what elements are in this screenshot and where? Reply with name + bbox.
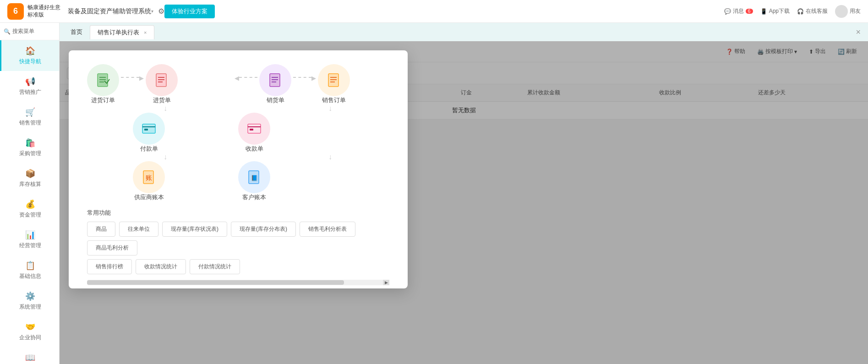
svg-rect-16 — [142, 124, 155, 133]
common-btns: 商品 往来单位 现存量(库存状况表) 现存量(库存分布表) 销售毛利分析表 商品… — [87, 222, 389, 255]
svg-rect-18 — [144, 129, 148, 130]
message-button[interactable]: 💬 消息 6 — [724, 7, 753, 15]
arrow-h-2: ◀ — [233, 75, 259, 81]
download-icon: 📱 — [760, 8, 767, 15]
common-btn-sales-gross[interactable]: 销售毛利分析表 — [300, 222, 355, 237]
svg-rect-21 — [250, 129, 253, 130]
gear-icon: ⚙️ — [25, 291, 35, 301]
tab-home[interactable]: 首页 — [63, 25, 90, 39]
flow-item-sales-order[interactable]: 销售订单 — [318, 64, 350, 104]
sidebar-item-operations[interactable]: 📊 经营管理 — [0, 224, 59, 255]
sidebar-item-inventory[interactable]: 📦 库存核算 — [0, 163, 59, 194]
common-btn-stock-status[interactable]: 现存量(库存状况表) — [162, 222, 227, 237]
common-btn-goods[interactable]: 商品 — [87, 222, 115, 237]
flow-item-supplier-ledger[interactable]: 账 供应商账本 — [133, 161, 165, 201]
common-btns-row2: 销售排行榜 收款情况统计 付款情况统计 — [87, 259, 389, 274]
svg-rect-8 — [270, 74, 280, 87]
cart-icon: 🛒 — [25, 107, 35, 117]
flow-arrows-row: ↓ ↓ — [87, 104, 389, 113]
common-title: 常用功能 — [87, 209, 389, 217]
tab-sales-order[interactable]: 销售订单执行表 × — [90, 25, 154, 39]
sidebar-item-sales[interactable]: 🛒 销售管理 — [0, 102, 59, 132]
modal-scrollbar[interactable]: ▶ — [87, 280, 389, 285]
sidebar-item-purchase[interactable]: 🛍️ 采购管理 — [0, 132, 59, 163]
page-close-button[interactable]: × — [852, 26, 864, 39]
message-badge: 6 — [746, 9, 753, 14]
common-btn-receipt-stats[interactable]: 收款情况统计 — [136, 259, 186, 274]
box-icon: 📦 — [25, 168, 35, 179]
sidebar-item-finance[interactable]: 💰 资金管理 — [0, 194, 59, 224]
message-icon: 💬 — [724, 8, 731, 15]
app-download-button[interactable]: 📱 App下载 — [760, 7, 790, 15]
content-area: 首页 销售订单执行表 × × ❓ 帮助 🖨️ — [60, 23, 868, 364]
customer-ledger-circle: 📘 — [238, 161, 270, 193]
svg-text:📘: 📘 — [251, 174, 258, 181]
common-section: 常用功能 商品 往来单位 现存量(库存状况表) 现存量(库存分布表) 销售毛利分… — [87, 209, 389, 274]
flow-item-purchase-order[interactable]: 进货订单 — [87, 64, 119, 104]
main-area: 🔍 搜索菜单 🏠 快捷导航 📢 营销推广 🛒 销售管理 🛍️ 采购管理 📦 — [0, 23, 868, 364]
service-icon: 🎧 — [797, 8, 804, 15]
common-btn-stock-dist[interactable]: 现存量(库存分布表) — [231, 222, 296, 237]
svg-rect-12 — [328, 74, 338, 87]
purchase-bill-label: 进货单 — [153, 96, 171, 104]
modal: 进货订单 ▶ — [69, 50, 408, 288]
scrollbar-arrow-right[interactable]: ▶ — [383, 280, 389, 285]
top-bar-right: 💬 消息 6 📱 App下载 🎧 在线客服 用友 — [724, 5, 861, 18]
flow-item-purchase-bill[interactable]: 进货单 — [146, 64, 178, 104]
common-btn-sales-rank[interactable]: 销售排行榜 — [87, 259, 132, 274]
book-icon: 📖 — [25, 353, 35, 363]
flow-item-customer-ledger[interactable]: 📘 客户账本 — [238, 161, 270, 201]
purchase-order-circle — [87, 64, 119, 96]
purchase-order-label: 进货订单 — [91, 96, 115, 104]
arrow-h-3: ▶ — [291, 75, 318, 81]
page-content: ❓ 帮助 🖨️ 按模板打印 ▾ ⬆ 导出 🔄 刷新 — [60, 41, 868, 364]
flow-item-payment[interactable]: 付款单 — [133, 113, 165, 153]
sales-order-circle — [318, 64, 350, 96]
customer-ledger-label: 客户账本 — [242, 193, 266, 201]
flow-row-3: 账 供应商账本 📘 — [87, 161, 389, 201]
flow-item-receipt[interactable]: 收款单 — [238, 113, 270, 153]
sidebar: 🔍 搜索菜单 🏠 快捷导航 📢 营销推广 🛒 销售管理 🛍️ 采购管理 📦 — [0, 23, 60, 364]
trial-button[interactable]: 体验行业方案 — [164, 5, 215, 18]
chart-icon: 📊 — [25, 230, 35, 240]
sidebar-item-enterprise[interactable]: 🤝 企业协同 — [0, 316, 59, 347]
supplier-ledger-label: 供应商账本 — [134, 193, 164, 201]
payment-label: 付款单 — [140, 145, 158, 153]
common-btn-goods-gross[interactable]: 商品毛利分析 — [87, 240, 137, 255]
handshake-icon: 🤝 — [25, 322, 35, 332]
home-icon: 🏠 — [25, 46, 35, 56]
modal-overlay: 进货订单 ▶ — [60, 41, 868, 364]
logo-area: 6 畅康通好生意 标准版 — [7, 3, 60, 20]
flow-arrows-row-2: ↓ ↓ — [87, 153, 389, 161]
logo-text: 畅康通好生意 标准版 — [27, 4, 60, 18]
common-btn-payment-stats[interactable]: 付款情况统计 — [190, 259, 240, 274]
svg-rect-19 — [248, 124, 261, 133]
user-menu[interactable]: 用友 — [835, 5, 861, 18]
megaphone-icon: 📢 — [25, 76, 35, 87]
money-icon: 💰 — [25, 199, 35, 209]
logo-icon: 6 — [7, 3, 24, 20]
sidebar-item-guide[interactable]: 📖 新手引导 — [0, 347, 59, 364]
settings-icon[interactable]: ⚙ — [158, 7, 164, 16]
system-dropdown-arrow[interactable]: ▾ — [151, 9, 153, 14]
sales-bill-circle — [259, 64, 291, 96]
sidebar-search[interactable]: 🔍 搜索菜单 — [0, 23, 59, 40]
sidebar-item-system[interactable]: ⚙️ 系统管理 — [0, 286, 59, 316]
flow-row-1: 进货订单 ▶ — [87, 64, 389, 104]
arrow-h-1: ▶ — [119, 75, 146, 81]
online-service-button[interactable]: 🎧 在线客服 — [797, 7, 828, 15]
scrollbar-thumb — [87, 280, 344, 285]
common-btn-partners[interactable]: 往来单位 — [119, 222, 158, 237]
receipt-circle — [238, 113, 270, 145]
tab-close-icon[interactable]: × — [144, 30, 147, 35]
top-bar: 6 畅康通好生意 标准版 装备及固定资产辅助管理系统 ▾ ⚙ 体验行业方案 💬 … — [0, 0, 868, 23]
sidebar-item-basic-info[interactable]: 📋 基础信息 — [0, 255, 59, 286]
sidebar-item-marketing[interactable]: 📢 营销推广 — [0, 71, 59, 102]
search-icon: 🔍 — [4, 28, 11, 35]
sidebar-item-quick-nav[interactable]: 🏠 快捷导航 — [0, 40, 59, 71]
clipboard-icon: 📋 — [25, 261, 35, 271]
svg-rect-4 — [156, 74, 166, 87]
system-title: 装备及固定资产辅助管理系统 — [68, 7, 151, 16]
flow-item-sales-bill[interactable]: 销货单 — [259, 64, 291, 104]
purchase-bill-circle — [146, 64, 178, 96]
